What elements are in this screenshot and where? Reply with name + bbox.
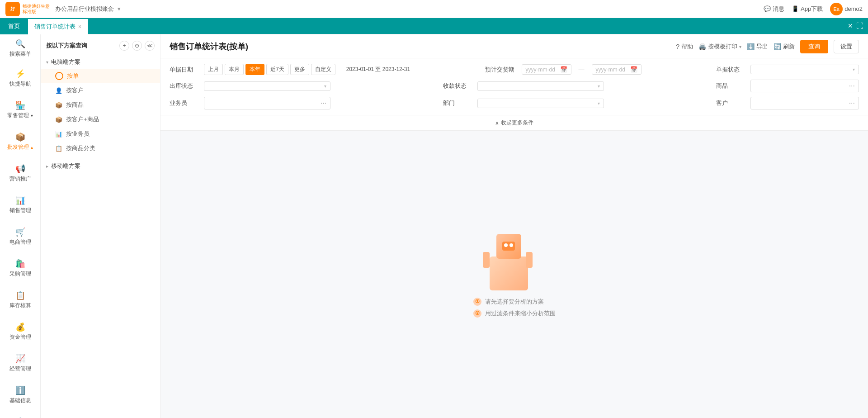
date-label: 单据日期 — [170, 66, 197, 74]
payment-status-arrow: ▾ — [598, 84, 600, 89]
sidebar-ecommerce-label: 电商管理 — [9, 239, 31, 245]
doc-status-select[interactable]: ▾ — [750, 65, 859, 74]
sidebar-item-search[interactable]: 🔍 搜索菜单 — [0, 34, 40, 62]
inventory-icon: 📋 — [0, 290, 40, 300]
tab-bar: 首页 销售订单统计表 × × ⛶ — [0, 18, 868, 34]
help-btn[interactable]: ? 帮助 — [676, 43, 693, 51]
tab-close-window-icon[interactable]: × — [848, 21, 853, 31]
sidebar-item-retail[interactable]: 🏪 零售管理 ▾ — [0, 94, 40, 126]
refresh-btn[interactable]: 🔄 刷新 — [774, 43, 795, 51]
date-btn-this-year[interactable]: 本年 — [245, 64, 264, 75]
sidebar-item-wholesale[interactable]: 📦 批发管理 ▴ — [0, 126, 40, 157]
export-icon: ⬇️ — [747, 43, 755, 50]
sidebar-item-sales[interactable]: 📊 销售管理 — [0, 189, 40, 221]
scheme-by-category-label: 按商品分类 — [66, 144, 95, 152]
tab-bar-actions: × ⛶ — [848, 21, 868, 31]
sidebar-item-ecommerce[interactable]: 🛒 电商管理 — [0, 221, 40, 252]
date-btn-custom[interactable]: 自定义 — [311, 64, 335, 75]
predicted-date-end[interactable]: yyyy-mm-dd 📅 — [592, 64, 642, 75]
product-label: 商品 — [716, 82, 743, 90]
sidebar-search-label: 搜索菜单 — [9, 51, 31, 57]
collapse-panel-btn[interactable]: ≪ — [145, 41, 155, 51]
company-arrow[interactable]: ▾ — [118, 5, 121, 12]
sidebar-sales-label: 销售管理 — [9, 207, 31, 214]
message-btn[interactable]: 💬 消息 — [764, 5, 784, 13]
scheme-group-pc-title[interactable]: ▾ 电脑端方案 — [41, 55, 160, 69]
export-btn[interactable]: ⬇️ 导出 — [747, 43, 768, 51]
query-btn[interactable]: 查询 — [800, 40, 828, 53]
product-select[interactable]: ··· — [750, 80, 859, 92]
filter-row-2: 出库状态 ▾ 收款状态 ▾ 商品 ··· — [170, 80, 859, 92]
sidebar-item-inventory[interactable]: 📋 库存核算 — [0, 284, 40, 316]
scheme-item-by-customer[interactable]: 👤 按客户 — [41, 83, 160, 98]
scheme-by-customer-product-label: 按客户+商品 — [66, 115, 99, 124]
collapse-icon: ∧ — [495, 120, 499, 126]
customer-more-icon[interactable]: ··· — [849, 99, 855, 107]
date-btn-last-month[interactable]: 上月 — [204, 64, 223, 75]
add-scheme-btn[interactable]: + — [119, 41, 129, 51]
empty-hints: ① 请先选择要分析的方案 ② 用过滤条件来缩小分析范围 — [473, 298, 556, 318]
date-btn-this-month[interactable]: 本月 — [225, 64, 244, 75]
scheme-item-by-order[interactable]: 按单 — [41, 69, 160, 83]
sidebar-retail-label: 零售管理 — [7, 112, 29, 119]
content-area: 按以下方案查询 + ⊙ ≪ ▾ 电脑端方案 按单 👤 — [41, 34, 868, 418]
scheme-group-pc: ▾ 电脑端方案 按单 👤 按客户 📦 按商品 📦 按客户+商品 — [41, 53, 160, 157]
scheme-item-by-salesperson[interactable]: 📊 按业务员 — [41, 127, 160, 141]
department-select[interactable]: ▾ — [477, 99, 604, 108]
refresh-icon: 🔄 — [774, 43, 781, 50]
template-print-label: 按模板打印 — [708, 43, 737, 51]
top-center[interactable]: 办公用品行业模拟账套 ▾ — [55, 5, 758, 13]
print-arrow-icon: ▾ — [739, 44, 741, 49]
template-print-btn[interactable]: 🖨️ 按模板打印 ▾ — [698, 43, 741, 51]
main-layout: 🔍 搜索菜单 ⚡ 快捷导航 🏪 零售管理 ▾ 📦 批发管理 ▴ 📢 营销推广 📊… — [0, 34, 868, 418]
sidebar-purchase-label: 采购管理 — [9, 271, 31, 277]
edit-scheme-btn[interactable]: ⊙ — [132, 41, 142, 51]
payment-status-select[interactable]: ▾ — [477, 81, 604, 91]
scheme-item-by-product[interactable]: 📦 按商品 — [41, 98, 160, 112]
sidebar-inventory-label: 库存核算 — [9, 302, 31, 309]
scheme-by-order-label: 按单 — [67, 72, 79, 80]
robot-arm-left — [483, 252, 490, 268]
customer-select[interactable]: ··· — [750, 97, 859, 109]
sidebar-item-marketing[interactable]: 📢 营销推广 — [0, 157, 40, 189]
salesperson-more-icon[interactable]: ··· — [321, 99, 326, 107]
out-status-select[interactable]: ▾ — [204, 81, 330, 91]
sidebar-marketing-label: 营销推广 — [9, 176, 31, 182]
sidebar-item-basic[interactable]: ℹ️ 基础信息 — [0, 379, 40, 411]
tab-order-stat[interactable]: 销售订单统计表 × — [28, 18, 88, 34]
company-label: 办公用品行业模拟账套 — [55, 5, 114, 13]
app-download-btn[interactable]: 📱 App下载 — [792, 5, 823, 13]
hint-num-2: ② — [473, 309, 481, 318]
page-title: 销售订单统计表(按单) — [170, 41, 676, 52]
by-customer-product-icon: 📦 — [55, 116, 62, 123]
left-panel-actions: + ⊙ ≪ — [119, 41, 155, 51]
logo-icon: 好 — [5, 2, 20, 16]
sidebar-item-quick-nav[interactable]: ⚡ 快捷导航 — [0, 62, 40, 94]
salesperson-select[interactable]: ··· — [204, 97, 330, 109]
tab-close-icon[interactable]: × — [78, 24, 81, 30]
date-btn-more[interactable]: 更多 — [290, 64, 309, 75]
user-area[interactable]: Ea demo2 — [830, 3, 863, 15]
date-btn-last-7-days[interactable]: 近7天 — [266, 64, 288, 75]
scheme-group-mobile-title[interactable]: ▸ 移动端方案 — [41, 159, 160, 173]
scheme-item-by-customer-product[interactable]: 📦 按客户+商品 — [41, 112, 160, 127]
sidebar-wholesale-label: 批发管理 — [7, 144, 29, 150]
left-panel-header: 按以下方案查询 + ⊙ ≪ — [41, 38, 160, 53]
tab-expand-icon[interactable]: ⛶ — [856, 22, 863, 30]
quick-nav-icon: ⚡ — [0, 69, 40, 79]
filter-row-3: 业务员 ··· 部门 ▾ 客户 ··· — [170, 97, 859, 109]
collapse-bar[interactable]: ∧ 收起更多条件 — [160, 115, 868, 131]
collapse-label: 收起更多条件 — [501, 119, 533, 127]
sidebar-item-system[interactable]: ⚙️ 系统管理 — [0, 411, 40, 418]
settings-btn[interactable]: 设置 — [834, 40, 859, 53]
sidebar-item-purchase[interactable]: 🛍️ 采购管理 — [0, 252, 40, 284]
logo-text: 畅捷通好生意 标准版 — [23, 4, 50, 14]
scheme-item-by-category[interactable]: 📋 按商品分类 — [41, 141, 160, 156]
sidebar-item-operations[interactable]: 📈 经营管理 — [0, 347, 40, 379]
predicted-date-start[interactable]: yyyy-mm-dd 📅 — [522, 64, 571, 75]
robot-head — [496, 234, 521, 259]
tab-home[interactable]: 首页 — [0, 18, 28, 34]
date-btn-group: 上月 本月 本年 近7天 更多 自定义 — [204, 64, 335, 75]
product-more-icon[interactable]: ··· — [849, 82, 855, 90]
sidebar-item-finance[interactable]: 💰 资金管理 — [0, 316, 40, 347]
